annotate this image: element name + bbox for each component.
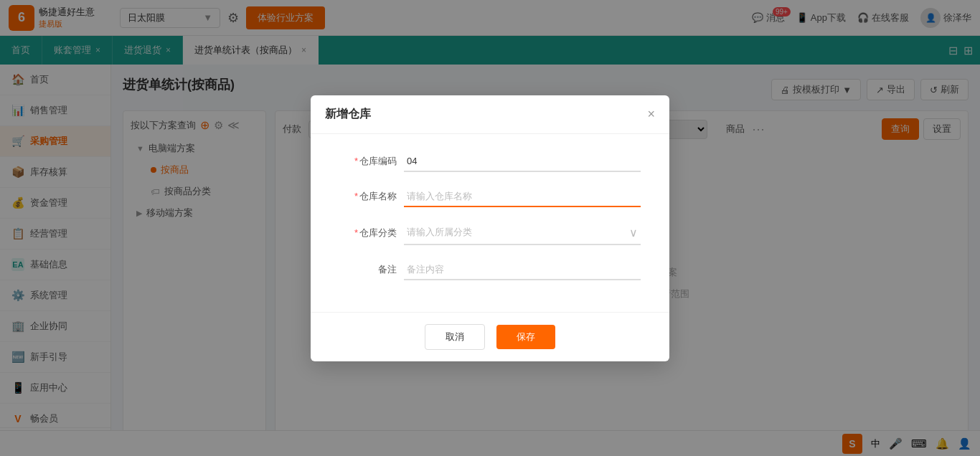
name-input[interactable] [404, 186, 641, 207]
modal-overlay: 新增仓库 × *仓库编码 *仓库名称 *仓库分类 [0, 0, 980, 456]
category-label: *仓库分类 [339, 227, 397, 239]
name-label: *仓库名称 [339, 190, 397, 203]
code-input[interactable] [404, 151, 641, 172]
form-row-name: *仓库名称 [339, 186, 641, 207]
form-row-remark: 备注 [339, 260, 641, 280]
remark-input[interactable] [404, 260, 641, 280]
modal-close-button[interactable]: × [647, 108, 655, 120]
category-select[interactable]: 请输入所属分类 ∨ [404, 222, 641, 245]
add-warehouse-modal: 新增仓库 × *仓库编码 *仓库名称 *仓库分类 [311, 95, 669, 361]
modal-header: 新增仓库 × [311, 95, 669, 134]
modal-title: 新增仓库 [325, 107, 371, 122]
modal-footer: 取消 保存 [311, 312, 669, 361]
cancel-button[interactable]: 取消 [425, 324, 485, 350]
modal-body: *仓库编码 *仓库名称 *仓库分类 请输入所属分类 ∨ [311, 134, 669, 312]
remark-label: 备注 [339, 263, 397, 276]
code-label: *仓库编码 [339, 155, 397, 168]
form-row-category: *仓库分类 请输入所属分类 ∨ [339, 222, 641, 245]
form-row-code: *仓库编码 [339, 151, 641, 172]
category-dropdown-icon: ∨ [629, 226, 638, 239]
save-button[interactable]: 保存 [496, 325, 555, 349]
